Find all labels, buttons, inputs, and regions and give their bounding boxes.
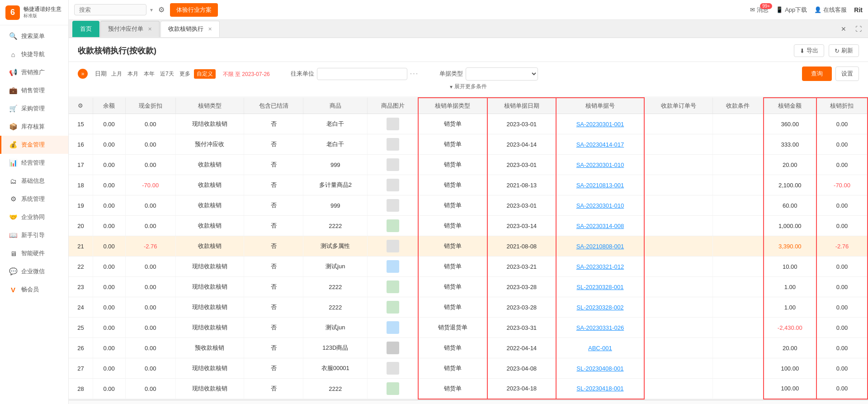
table-row: 17 0.00 0.00 收款核销 否 999 销货单 2023-03-01 S… xyxy=(69,155,868,175)
filter-row: » 日期 上月 本月 本年 近7天 更多 自定义 不限 至 2023-07-26 xyxy=(78,67,859,81)
close-window-icon[interactable]: ✕ xyxy=(838,24,849,33)
cell-bill-no[interactable]: SA-20210813-001 xyxy=(556,175,644,195)
sidebar-item-inventory[interactable]: 📦 库存核算 xyxy=(0,118,68,136)
export-button[interactable]: ⬇ 导出 xyxy=(794,44,824,57)
filter-collapse-button[interactable]: » xyxy=(78,69,88,79)
query-button[interactable]: 查询 xyxy=(802,67,832,81)
cell-receipt-order-no xyxy=(644,338,713,358)
bill-no-link[interactable]: SA-20230414-017 xyxy=(576,141,624,148)
date-this-month-btn[interactable]: 本月 xyxy=(126,69,140,79)
sidebar-item-basic[interactable]: 🗂 基础信息 xyxy=(0,172,68,190)
cell-bill-type: 销货退货单 xyxy=(418,318,487,338)
sidebar-item-search[interactable]: 🔍 搜索菜单 xyxy=(0,27,68,45)
sidebar-item-guide[interactable]: 📖 新手引导 xyxy=(0,226,68,244)
bill-type-select[interactable] xyxy=(466,67,538,81)
th-receipt-condition: 收款条件 xyxy=(712,98,763,114)
cell-bill-no[interactable]: SL-20230408-001 xyxy=(556,358,644,379)
member-icon: V xyxy=(9,285,18,294)
date-this-year-btn[interactable]: 本年 xyxy=(142,69,156,79)
bill-type-label: 单据类型 xyxy=(439,70,463,78)
cell-bill-no[interactable]: SA-20210808-001 xyxy=(556,236,644,257)
cell-bill-no[interactable]: SA-20230414-017 xyxy=(556,134,644,155)
finance-icon: 💰 xyxy=(9,140,18,149)
tab-prepay-close[interactable]: ✕ xyxy=(148,26,152,32)
cell-bill-no[interactable]: ABC-001 xyxy=(556,338,644,358)
sidebar-item-hardware[interactable]: 🖥 智能硬件 xyxy=(0,244,68,262)
search-icon: 🔍 xyxy=(9,32,18,41)
date-prev-month-btn[interactable]: 上月 xyxy=(109,69,124,79)
tab-home[interactable]: 首页 xyxy=(72,21,99,37)
refresh-button[interactable]: ↻ 刷新 xyxy=(829,44,859,57)
cell-balance: 0.00 xyxy=(93,338,125,358)
sidebar-item-marketing[interactable]: 📢 营销推广 xyxy=(0,63,68,81)
bill-no-link[interactable]: SL-20230328-001 xyxy=(576,284,623,290)
bill-no-link[interactable]: SA-20230321-012 xyxy=(576,263,624,270)
trial-button[interactable]: 体验行业方案 xyxy=(170,3,218,17)
bill-no-link[interactable]: SA-20210813-001 xyxy=(576,182,624,189)
table-row: 27 0.00 0.00 现结收款核销 否 衣服00001 销货单 2023-0… xyxy=(69,358,868,379)
bill-no-link[interactable]: SL-20230328-002 xyxy=(576,304,623,311)
th-bill-no: 核销单据号 xyxy=(556,98,644,114)
user-name[interactable]: Rit xyxy=(854,6,863,14)
table-row: 20 0.00 0.00 收款核销 否 2222 销货单 2023-03-14 … xyxy=(69,216,868,236)
cell-cancel-amount: 2,100.00 xyxy=(764,175,816,195)
cell-cash-discount: 0.00 xyxy=(125,155,175,175)
sidebar-item-member[interactable]: V 畅会员 xyxy=(0,280,68,299)
online-service-button[interactable]: 👤 在线客服 xyxy=(814,6,847,14)
app-download-button[interactable]: 📱 App下载 xyxy=(776,6,807,14)
sidebar-item-wechat[interactable]: 💬 企业微信 xyxy=(0,262,68,280)
bill-no-link[interactable]: SL-20230418-001 xyxy=(576,385,623,392)
counterpart-input[interactable] xyxy=(317,68,407,80)
cell-cash-discount: -2.76 xyxy=(125,236,175,257)
gear-icon[interactable]: ⚙ xyxy=(156,4,166,16)
date-more-btn[interactable]: 更多 xyxy=(178,69,192,79)
bill-no-link[interactable]: ABC-001 xyxy=(588,345,612,352)
date-7days-btn[interactable]: 近7天 xyxy=(158,69,176,79)
bill-no-link[interactable]: SA-20230301-010 xyxy=(576,162,624,168)
inventory-icon: 📦 xyxy=(9,122,18,131)
filter-dots[interactable]: ··· xyxy=(410,70,419,78)
sidebar-item-shortcut[interactable]: ⌂ 快捷导航 xyxy=(0,45,68,63)
sidebar-item-sales[interactable]: 💼 销售管理 xyxy=(0,81,68,100)
cell-bill-no[interactable]: SL-20230328-001 xyxy=(556,277,644,297)
filter-settings-button[interactable]: 设置 xyxy=(835,67,859,81)
sidebar-item-purchase[interactable]: 🛒 采购管理 xyxy=(0,100,68,118)
cell-include-cleared: 否 xyxy=(244,277,303,297)
cell-bill-no[interactable]: SA-20230314-008 xyxy=(556,216,644,236)
chevron-down-icon[interactable]: ▾ xyxy=(150,7,153,13)
sidebar-item-system[interactable]: ⚙ 系统管理 xyxy=(0,190,68,208)
bill-no-link[interactable]: SA-20230301-001 xyxy=(576,121,624,128)
bill-no-link[interactable]: SA-20230331-026 xyxy=(576,324,624,331)
bill-no-link[interactable]: SA-20210808-001 xyxy=(576,243,624,250)
cell-receipt-order-no xyxy=(644,175,713,195)
th-settings[interactable]: ⚙ xyxy=(69,98,93,114)
cell-receipt-order-no xyxy=(644,379,713,399)
tab-prepay[interactable]: 预付冲应付单 ✕ xyxy=(100,21,160,37)
cell-bill-no[interactable]: SA-20230301-010 xyxy=(556,195,644,216)
sidebar-item-enterprise[interactable]: 🤝 企业协同 xyxy=(0,208,68,226)
sidebar-item-finance[interactable]: 💰 资金管理 xyxy=(0,136,68,154)
topbar-left: ▾ ⚙ 体验行业方案 xyxy=(74,3,746,17)
cell-bill-no[interactable]: SA-20230301-010 xyxy=(556,155,644,175)
sidebar-item-label-shortcut: 快捷导航 xyxy=(21,50,45,58)
date-custom-btn[interactable]: 自定义 xyxy=(194,69,216,79)
cell-cancel-discount: 0.00 xyxy=(816,379,868,399)
cell-bill-no[interactable]: SL-20230418-001 xyxy=(556,379,644,399)
cell-bill-no[interactable]: SA-20230331-026 xyxy=(556,318,644,338)
cell-goods-img xyxy=(368,257,418,277)
sidebar-item-business[interactable]: 📊 经营管理 xyxy=(0,154,68,172)
cell-receipt-condition xyxy=(712,114,763,134)
cell-bill-no[interactable]: SA-20230301-001 xyxy=(556,114,644,134)
cell-bill-no[interactable]: SA-20230321-012 xyxy=(556,257,644,277)
bill-no-link[interactable]: SL-20230408-001 xyxy=(576,365,623,372)
tab-collection-close[interactable]: ✕ xyxy=(208,26,212,32)
tab-collection[interactable]: 收款核销执行 ✕ xyxy=(160,21,220,37)
cell-bill-no[interactable]: SL-20230328-002 xyxy=(556,297,644,318)
bill-no-link[interactable]: SA-20230314-008 xyxy=(576,223,624,229)
topbar-search-input[interactable] xyxy=(74,4,146,15)
cell-id: 16 xyxy=(69,134,93,155)
bill-no-link[interactable]: SA-20230301-010 xyxy=(576,202,624,209)
maximize-icon[interactable]: ⛶ xyxy=(853,24,864,33)
message-button[interactable]: ✉ 消息 99+ xyxy=(750,6,769,14)
expand-conditions-button[interactable]: ▾ 展开更多条件 xyxy=(78,81,859,92)
